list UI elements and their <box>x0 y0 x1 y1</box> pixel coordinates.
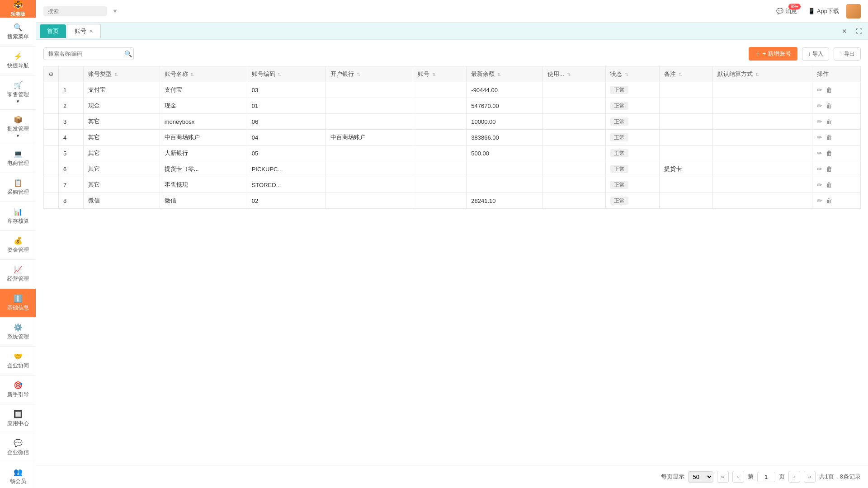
row-note-0 <box>660 82 713 98</box>
sidebar-item-6[interactable]: 📊库存核算 <box>0 202 36 231</box>
col-code[interactable]: 账号编码 ⇅ <box>247 66 326 82</box>
col-status[interactable]: 状态 ⇅ <box>606 66 660 82</box>
row-bank-1 <box>326 98 413 114</box>
toolbar: 🔍 ＋ + 新增账号 ↓ 导入 ↑ 导出 <box>43 47 861 61</box>
sidebar-item-11[interactable]: 🤝企业协同 <box>0 347 36 375</box>
add-account-button[interactable]: ＋ + 新增账号 <box>749 47 797 61</box>
row-name-1: 现金 <box>160 98 247 114</box>
topbar-dropdown-icon[interactable]: ▼ <box>112 8 118 14</box>
sidebar-item-15[interactable]: 👥畅会员 <box>0 462 36 488</box>
row-index-3: 4 <box>59 130 84 145</box>
sidebar-item-4[interactable]: 💻电商管理 <box>0 144 36 173</box>
page-word2: 页 <box>779 473 785 481</box>
edit-btn-2[interactable]: ✏ <box>817 118 822 125</box>
row-type-6: 其它 <box>84 177 160 193</box>
next-page-button[interactable]: › <box>788 471 800 483</box>
row-settlement-0 <box>713 82 812 98</box>
edit-btn-3[interactable]: ✏ <box>817 134 822 141</box>
topbar-search-input[interactable] <box>43 6 107 16</box>
search-button[interactable]: 🔍 <box>121 48 134 60</box>
sidebar-item-8[interactable]: 📈经营管理 <box>0 260 36 289</box>
row-usage-3 <box>543 130 606 145</box>
edit-btn-1[interactable]: ✏ <box>817 102 822 109</box>
sidebar-icon-13: 🔲 <box>14 410 23 418</box>
tab-expand-button[interactable]: ⛶ <box>854 26 864 37</box>
app-subname: 乐潮版 <box>10 11 25 18</box>
sidebar-icon-11: 🤝 <box>14 352 23 361</box>
row-type-1: 现金 <box>84 98 160 114</box>
sidebar-item-13[interactable]: 🔲应用中心 <box>0 404 36 433</box>
edit-btn-4[interactable]: ✏ <box>817 150 822 157</box>
row-index-7: 8 <box>59 193 84 209</box>
sidebar-item-3[interactable]: 📦批发管理▼ <box>0 110 36 144</box>
import-button[interactable]: ↓ 导入 <box>802 47 829 61</box>
edit-btn-0[interactable]: ✏ <box>817 86 822 94</box>
row-code-0: 03 <box>247 82 326 98</box>
delete-btn-5[interactable]: 🗑 <box>826 165 832 173</box>
col-note[interactable]: 备注 ⇅ <box>660 66 713 82</box>
export-icon: ↑ <box>840 51 842 57</box>
row-actions-7: ✏ 🗑 <box>812 193 860 209</box>
row-code-7: 02 <box>247 193 326 209</box>
sidebar-item-12[interactable]: 🎯新手引导 <box>0 375 36 404</box>
sidebar-item-7[interactable]: 💰资金管理 <box>0 231 36 260</box>
row-code-2: 06 <box>247 114 326 130</box>
row-status-0: 正常 <box>606 82 660 98</box>
edit-btn-7[interactable]: ✏ <box>817 197 822 204</box>
export-label: 导出 <box>844 50 855 58</box>
col-settings[interactable]: ⚙ <box>44 66 59 82</box>
edit-btn-5[interactable]: ✏ <box>817 165 822 173</box>
sidebar-label-12: 新手引导 <box>7 391 29 399</box>
page-input[interactable] <box>757 472 775 482</box>
prev-page-button[interactable]: ‹ <box>732 471 744 483</box>
sidebar-item-14[interactable]: 💬企业微信 <box>0 433 36 462</box>
message-button[interactable]: 💬 消息 99+ <box>776 7 797 15</box>
col-usage[interactable]: 使用... ⇅ <box>543 66 606 82</box>
delete-btn-1[interactable]: 🗑 <box>826 102 832 109</box>
row-actions-2: ✏ 🗑 <box>812 114 860 130</box>
sidebar-item-2[interactable]: 🛒零售管理▼ <box>0 75 36 110</box>
sidebar-icon-1: ⚡ <box>14 52 23 61</box>
tabbar: 首页 账号 ✕ ✕ ⛶ <box>36 23 868 40</box>
row-bank-5 <box>326 161 413 177</box>
page-size-select[interactable]: 50 100 200 <box>688 471 713 483</box>
delete-btn-7[interactable]: 🗑 <box>826 197 832 204</box>
sidebar-item-10[interactable]: ⚙️系统管理 <box>0 318 36 347</box>
tab-home[interactable]: 首页 <box>40 24 66 38</box>
tab-account-close[interactable]: ✕ <box>89 28 93 34</box>
export-button[interactable]: ↑ 导出 <box>834 47 861 61</box>
row-account-0 <box>413 82 467 98</box>
sidebar-item-0[interactable]: 🔍搜索菜单 <box>0 18 36 47</box>
sidebar-item-1[interactable]: ⚡快捷导航 <box>0 47 36 75</box>
delete-btn-3[interactable]: 🗑 <box>826 134 832 141</box>
user-avatar[interactable] <box>846 4 861 19</box>
tab-account[interactable]: 账号 ✕ <box>67 24 101 38</box>
col-bank[interactable]: 开户银行 ⇅ <box>326 66 413 82</box>
sidebar-label-0: 搜索菜单 <box>7 33 29 41</box>
tab-close-all-button[interactable]: ✕ <box>839 26 850 37</box>
sidebar-item-9[interactable]: ℹ️基础信息 <box>0 289 36 318</box>
search-input[interactable] <box>44 48 121 59</box>
first-page-button[interactable]: « <box>717 471 729 483</box>
col-type[interactable]: 账号类型 ⇅ <box>84 66 160 82</box>
last-page-button[interactable]: » <box>804 471 816 483</box>
app-download-button[interactable]: 📱 App下载 <box>808 7 839 15</box>
col-account[interactable]: 账号 ⇅ <box>413 66 467 82</box>
col-name[interactable]: 账号名称 ⇅ <box>160 66 247 82</box>
delete-btn-0[interactable]: 🗑 <box>826 86 832 94</box>
sidebar-icon-15: 👥 <box>14 468 23 476</box>
col-balance[interactable]: 最新余额 ⇅ <box>467 66 543 82</box>
delete-btn-6[interactable]: 🗑 <box>826 181 832 188</box>
delete-btn-4[interactable]: 🗑 <box>826 150 832 157</box>
topbar-right: 💬 消息 99+ 📱 App下载 <box>776 4 861 19</box>
edit-btn-6[interactable]: ✏ <box>817 181 822 188</box>
row-gear-3 <box>44 130 59 145</box>
row-account-5 <box>413 161 467 177</box>
add-label: + 新增账号 <box>763 50 791 58</box>
topbar: ▼ 💬 消息 99+ 📱 App下载 <box>36 0 868 23</box>
row-gear-5 <box>44 161 59 177</box>
sidebar-item-5[interactable]: 📋采购管理 <box>0 173 36 202</box>
row-balance-1: 547670.00 <box>467 98 543 114</box>
col-settlement[interactable]: 默认结算方式 ⇅ <box>713 66 812 82</box>
delete-btn-2[interactable]: 🗑 <box>826 118 832 125</box>
